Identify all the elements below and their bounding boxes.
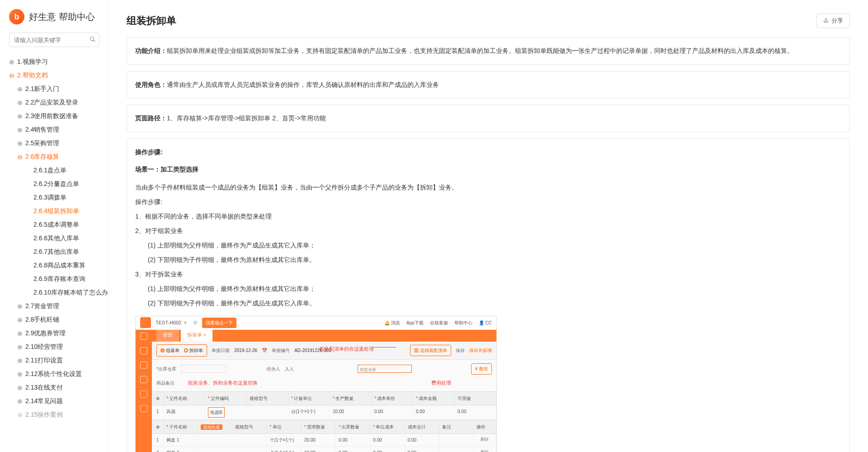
nav-leaf-263[interactable]: 2.6.3调拨单 [33,191,108,205]
td-auto [198,434,232,446]
intro-label: 功能介绍： [135,47,167,54]
td-name: 网盘 2 [164,447,198,452]
nav-root: ⊕1.视频学习 ⊖2.帮助文档 ⊕2.1新手入门 ⊕2.2产品安装及登录 ⊕2.… [9,55,108,422]
nav-sub-25[interactable]: ⊕2.5采购管理 [17,137,108,150]
nav-label: 2.7资金管理 [25,302,59,310]
td-code: 电器B [205,405,247,419]
th-stock: 可用量 [455,392,496,405]
plus-icon: ⊕ [17,330,25,337]
minus-icon: ⊖ [17,153,25,161]
nav-label: 2.11打印设置 [25,357,63,365]
nav-label: 2.帮助文档 [17,71,48,80]
th-child-out: 出库数量 [336,420,370,433]
td-ca: 0.00 [405,434,439,446]
nav-sub-212[interactable]: ⊕2.12系统个性化设置 [17,367,108,381]
nav-label: 2.14常见问题 [25,397,63,405]
search-input[interactable] [9,33,99,47]
btn-savenew: 保存并新增 [469,346,492,355]
td-out: 0.00 [336,447,370,452]
step3a: (1) 上部明细为父件明细，最终作为原材料生成其它出库单； [135,282,841,295]
title-row: 组装拆卸单 分享 [127,14,850,28]
nav-sub-214[interactable]: ⊕2.14常见问题 [17,395,108,408]
nav-sub-210[interactable]: ⊕2.10经营管理 [17,340,108,354]
annot-fee: 费用处理 [431,378,451,388]
path-box: 页面路径：1、库存核算->库存管理->组装拆卸单 2、首页->常用功能 [127,105,850,132]
lbl-handler: 经办人 [267,365,280,373]
ss-tabs: 首页 拆装单 × [152,330,496,342]
nav-item-help-docs[interactable]: ⊖2.帮助文档 [9,69,108,82]
plus-icon: ⊕ [17,343,25,351]
path-label: 页面路径： [135,114,167,122]
ss-app: App下载 [406,319,424,327]
btn-save: 保存 [456,346,465,355]
nav-leaf-267[interactable]: 2.6.7其他出库单 [33,245,108,259]
plus-icon: ⊕ [17,140,25,147]
val-date: 2019-12-26 [234,346,257,355]
nav-label: 2.1新手入门 [25,85,59,93]
nav-leaf-261[interactable]: 2.6.1盘点单 [33,164,108,177]
nav-leaf-264[interactable]: 2.6.4组装拆卸单 [33,205,108,218]
scene1-desc: 当由多个子件材料组装成一个成品的业务为【组装】业务，当由一个父件拆分成多个子产品… [135,181,841,194]
role-label: 使用角色： [135,81,167,88]
share-button[interactable]: 分享 [816,14,850,28]
nav-sub-26[interactable]: ⊖2.6库存核算 [17,150,108,164]
nav-sub-29[interactable]: ⊕2.9优惠券管理 [17,327,108,340]
td-idx: 2 [152,447,164,452]
nav-sub-24[interactable]: ⊕2.4销售管理 [17,123,108,137]
nav-leaf-265[interactable]: 2.6.5成本调整单 [33,218,108,232]
nav-label: 2.9优惠券管理 [25,329,66,338]
nav-leaf-262[interactable]: 2.6.2分量盘点单 [33,177,108,191]
step1: 1、根据不同的业务，选择不同单据的类型来处理 [135,210,841,223]
nav-label: 1.视频学习 [17,58,48,66]
plus-icon: ⊕ [17,303,25,310]
th-parent-name: 父件名称 [164,392,205,405]
sidebar: b 好生意 帮助中心 ⊕1.视频学习 ⊖2.帮助文档 ⊕2.1新手入门 ⊕2.2… [0,0,108,452]
search-icon[interactable] [90,36,96,44]
path-text: 1、库存核算->库存管理->组装拆卸单 2、首页->常用功能 [167,114,326,122]
th-cost-unit: 成本单价 [372,392,413,405]
ss-tab-doc-label: 拆装单 [187,332,202,338]
intro-box: 功能介绍：组装拆卸单用来处理企业组装或拆卸等加工业务，支持有固定装配清单的产品加… [127,37,850,65]
lbl-person: 入人 [285,365,294,373]
nav-label: 2.6库存核算 [25,153,59,161]
ss-topbar: TEST-H002 ▾ ⚙ 我要做点一下 🔔 消息 App下载 在线客服 帮助中… [136,316,496,330]
nav-sub-22[interactable]: ⊕2.2产品安装及登录 [17,96,108,109]
nav-leaf-266[interactable]: 2.6.6其他入库单 [33,232,108,245]
td-unit: 台(1个=1个) [288,405,330,419]
nav-label: 2.4销售管理 [25,126,59,134]
lbl-out-wh: *出库仓库 [156,365,176,373]
td-op: 删除 [474,447,496,452]
th-child-ca: 成本合计 [405,420,439,433]
search-box [9,33,99,47]
th-plus: ⊕ [152,420,164,433]
role-box: 使用角色：通常由生产人员或库管人员完成拆装业务的操作，库管人员确认原材料的出库和… [127,71,850,99]
ss-user-label: CC [486,320,492,325]
plus-icon: ⊕ [17,99,25,106]
nav-leaf-2610[interactable]: 2.6.10库存账本错了怎么办 [33,286,108,300]
td-need: 20.00 [302,434,336,446]
td-spec [232,447,267,452]
lbl-memo: 商品备注 [156,379,175,387]
td-memo [439,434,474,446]
nav-sub-215[interactable]: ⊕2.15操作案例 [17,408,108,422]
th-child-spec: 规格型号 [232,420,267,433]
nav-sub-21[interactable]: ⊕2.1新手入门 [17,82,108,96]
th-qty: 生产数量 [330,392,372,405]
td-cu: 0.00 [370,434,405,446]
nav-sub-27[interactable]: ⊕2.7资金管理 [17,300,108,313]
td-out: 0.00 [336,434,370,446]
nav-item-video[interactable]: ⊕1.视频学习 [9,55,108,69]
nav-leaf-269[interactable]: 2.6.9库存账本查询 [33,272,108,286]
nav-sub-211[interactable]: ⊕2.11打印设置 [17,354,108,367]
nav-sub-23[interactable]: ⊕2.3使用前数据准备 [17,109,108,123]
plus-icon: ⊕ [17,126,25,133]
ss-tenant: TEST-H002 [156,318,181,328]
th-cost-amt: 成本金额 [413,392,455,405]
ss-left-rail [136,330,152,452]
nav-sub-213[interactable]: ⊕2.13在线支付 [17,381,108,395]
lbl-code: 单据编号 [272,346,290,355]
autogen-pill: 自动生成 [201,424,222,430]
nav-sub-28[interactable]: ⊕2.8手机旺铺 [17,313,108,327]
nav-leaf-268[interactable]: 2.6.8商品成本重算 [33,259,108,272]
th-child-name: 子件名称 [164,420,198,433]
